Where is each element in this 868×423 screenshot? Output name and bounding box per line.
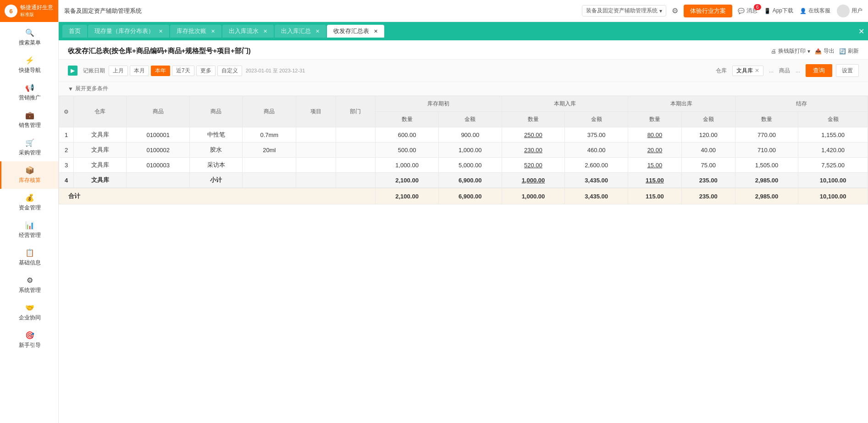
- tab-close-icon[interactable]: ✕: [159, 28, 163, 34]
- warehouse-filter-tag[interactable]: 文具库 ✕: [732, 66, 763, 76]
- print-icon: 🖨: [771, 48, 776, 55]
- tabbar: 首页现存量（库存分布表）✕库存批次账✕出入库流水✕出入库汇总✕收发存汇总表✕✕: [59, 22, 868, 40]
- goods-filter-label: 商品: [779, 67, 790, 75]
- sidebar-item-inventory[interactable]: 📦库存核算: [0, 161, 58, 189]
- footer-bal-amt: 10,100.00: [798, 188, 868, 204]
- basic-info-icon: 📋: [25, 248, 34, 257]
- warehouse-more-button[interactable]: ...: [769, 67, 774, 74]
- date-range-display: 2023-01-01 至 2023-12-31: [246, 67, 305, 74]
- online-service-button[interactable]: 👤 在线客服: [800, 7, 830, 15]
- sidebar-item-basic-info[interactable]: 📋基础信息: [0, 244, 58, 271]
- table-container: ⚙ 仓库 商品 商品 商品 项目 部门 库存期初 本期入库 本期出库 结存: [59, 96, 868, 423]
- sidebar-item-purchase[interactable]: 🛒采购管理: [0, 134, 58, 161]
- tab-close-icon[interactable]: ✕: [211, 28, 215, 34]
- sidebar-item-finance[interactable]: 💰资金管理: [0, 189, 58, 216]
- row-in-qty[interactable]: 250.00: [502, 127, 565, 143]
- sidebar-item-system[interactable]: ⚙系统管理: [0, 271, 58, 299]
- filter-expand-button[interactable]: ▶: [68, 66, 77, 76]
- warehouse-tag-close-icon[interactable]: ✕: [755, 67, 759, 74]
- corp-icon: 🤝: [25, 303, 34, 312]
- row-goods: 采访本: [190, 158, 243, 173]
- goods-more-button[interactable]: ...: [796, 67, 800, 74]
- row-out-qty[interactable]: 80.00: [628, 127, 681, 143]
- row-in-qty[interactable]: 520.00: [502, 158, 565, 173]
- row-out-qty[interactable]: 20.00: [628, 143, 681, 158]
- row-open-amt: 900.00: [438, 127, 502, 143]
- tab-inout-summary[interactable]: 出入库汇总✕: [275, 25, 326, 38]
- date-btn-本月[interactable]: 本月: [130, 66, 149, 76]
- row-bal-qty: 710.00: [735, 143, 798, 158]
- export-button[interactable]: 📤 导出: [815, 47, 835, 55]
- service-icon: 👤: [800, 8, 807, 14]
- refresh-button[interactable]: 🔄 刷新: [839, 47, 859, 55]
- tab-batch[interactable]: 库存批次账✕: [170, 25, 221, 38]
- tab-home[interactable]: 首页: [62, 25, 87, 38]
- experience-button[interactable]: 体验行业方案: [684, 5, 732, 17]
- col-in-qty-header: 数量: [502, 112, 565, 127]
- row-open-qty: 1,000.00: [376, 158, 439, 173]
- sidebar-item-label: 资金管理: [19, 204, 41, 212]
- main-content: 装备及固定资产辅助管理系统 装备及固定资产辅助管理系统 ▾ ⚙ 体验行业方案 💬…: [59, 0, 868, 423]
- page-header: 收发存汇总表(按仓库+商品编码+商品+规格型号+项目+部门) 🖨 换钱版打印 ▾…: [59, 40, 868, 60]
- row-out-amt: 40.00: [681, 143, 735, 158]
- user-menu[interactable]: 用户: [837, 5, 862, 17]
- row-out-amt: 235.00: [681, 173, 735, 188]
- row-warehouse: 文具库: [74, 158, 127, 173]
- sidebar-item-marketing[interactable]: 📢营销推广: [0, 79, 58, 106]
- table-row: 3 文具库 0100003 采访本 1,000.00 5,000.00 520.…: [59, 158, 868, 173]
- row-out-qty[interactable]: 15.00: [628, 158, 681, 173]
- date-btn-更多[interactable]: 更多: [196, 66, 216, 76]
- footer-out-amt: 235.00: [681, 188, 735, 204]
- user-label: 用户: [851, 7, 862, 15]
- print-button[interactable]: 🖨 换钱版打印 ▾: [771, 47, 810, 55]
- date-btn-自定义[interactable]: 自定义: [217, 66, 242, 76]
- system-title: 装备及固定资产辅助管理系统: [64, 7, 576, 15]
- sidebar-item-corp[interactable]: 🤝企业协同: [0, 299, 58, 326]
- expand-conditions-button[interactable]: ▼ 展开更多条件: [68, 85, 108, 93]
- system-dropdown[interactable]: 装备及固定资产辅助管理系统 ▾: [582, 5, 666, 16]
- footer-in-amt: 3,435.00: [565, 188, 628, 204]
- warehouse-filter-label: 仓库: [716, 67, 727, 75]
- finance-icon: 💰: [25, 193, 34, 202]
- message-button[interactable]: 💬 消息 6: [738, 7, 757, 15]
- sidebar-item-search[interactable]: 🔍搜索菜单: [0, 24, 58, 51]
- tab-close-icon[interactable]: ✕: [374, 28, 378, 34]
- app-download-button[interactable]: 📱 App下载: [764, 7, 793, 15]
- tab-recv-send[interactable]: 收发存汇总表✕: [327, 25, 384, 38]
- tab-close-icon[interactable]: ✕: [263, 28, 267, 34]
- tab-inout-flow[interactable]: 出入库流水✕: [222, 25, 274, 38]
- row-in-qty[interactable]: 1,000.00: [502, 173, 565, 188]
- row-bal-qty: 770.00: [735, 127, 798, 143]
- date-btn-上月[interactable]: 上月: [109, 66, 128, 76]
- filter-settings-button[interactable]: 设置: [836, 64, 859, 77]
- tab-label: 出入库汇总: [281, 27, 311, 35]
- col-settings-header[interactable]: ⚙: [59, 96, 74, 127]
- date-btn-本年[interactable]: 本年: [151, 66, 170, 76]
- date-btn-近7天[interactable]: 近7天: [172, 66, 194, 76]
- row-no: 4: [59, 173, 74, 188]
- row-in-qty[interactable]: 230.00: [502, 143, 565, 158]
- tab-stock-dist[interactable]: 现存量（库存分布表）✕: [88, 25, 169, 38]
- tab-close-icon[interactable]: ✕: [315, 28, 320, 34]
- purchase-icon: 🛒: [25, 138, 34, 147]
- col-in-header: 本期入库: [502, 96, 628, 112]
- settings-icon[interactable]: ⚙: [672, 6, 678, 15]
- sidebar-item-label: 基础信息: [19, 259, 41, 267]
- col-project-header: 项目: [296, 96, 336, 127]
- row-out-qty[interactable]: 115.00: [628, 173, 681, 188]
- sidebar-item-quick-nav[interactable]: ⚡快捷导航: [0, 51, 58, 79]
- sidebar-item-newbie[interactable]: 🎯新手引导: [0, 326, 58, 354]
- page-header-actions: 🖨 换钱版打印 ▾ 📤 导出 🔄 刷新: [771, 47, 859, 55]
- sidebar-item-sales[interactable]: 💼销售管理: [0, 106, 58, 134]
- col-in-amt-header: 金额: [565, 112, 628, 127]
- row-bal-amt: 1,420.00: [798, 143, 868, 158]
- row-project: [296, 143, 336, 158]
- sidebar-item-operations[interactable]: 📊经营管理: [0, 216, 58, 244]
- row-code: 0100003: [127, 158, 190, 173]
- close-all-tabs-button[interactable]: ✕: [858, 27, 864, 36]
- marketing-icon: 📢: [25, 83, 34, 92]
- query-button[interactable]: 查询: [806, 64, 832, 77]
- row-open-qty: 600.00: [376, 127, 439, 143]
- tab-label: 库存批次账: [177, 27, 206, 35]
- tab-label: 现存量（库存分布表）: [94, 27, 154, 35]
